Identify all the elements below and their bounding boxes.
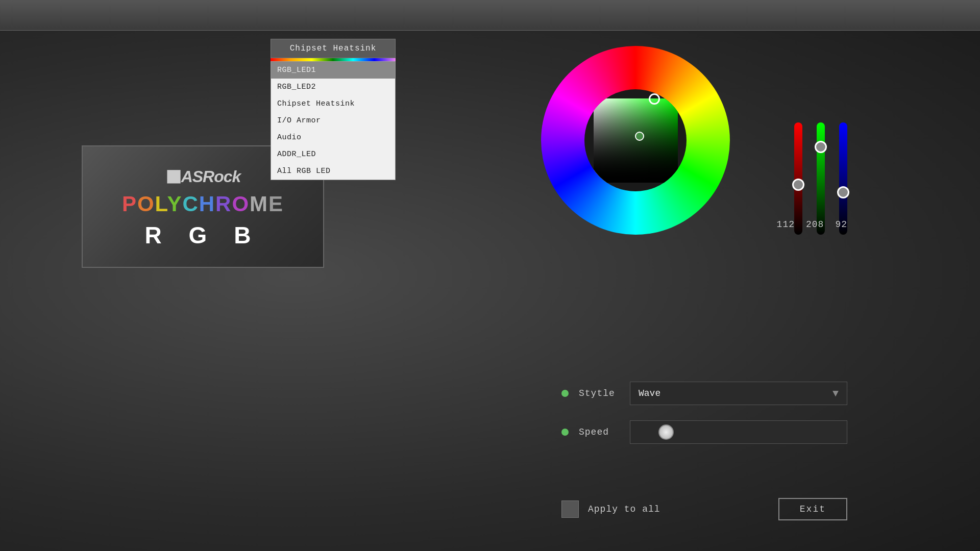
dropdown-list[interactable]: RGB_LED1 RGB_LED2 Chipset Heatsink I/O A… [271, 61, 396, 180]
style-select-arrow: ▼ [832, 388, 839, 399]
green-slider-thumb[interactable] [815, 141, 827, 153]
color-wheel[interactable] [541, 46, 730, 235]
speed-dot [561, 429, 569, 436]
rgb-label: R G B [145, 221, 261, 249]
speed-thumb[interactable] [658, 424, 674, 440]
blue-slider-thumb[interactable] [837, 186, 849, 198]
style-label: Stytle [579, 388, 620, 398]
green-value: 208 [806, 219, 824, 230]
dropdown-header-label: Chipset Heatsink [290, 44, 377, 53]
color-square-cursor[interactable] [635, 132, 644, 141]
controls-section: Stytle Wave ▼ Speed [561, 382, 847, 459]
color-wheel-container[interactable] [541, 46, 735, 240]
blue-value: 92 [835, 219, 847, 230]
red-slider-track[interactable] [794, 122, 802, 235]
asrock-logo: ◼ASRock [165, 164, 241, 187]
dropdown-header[interactable]: Chipset Heatsink [271, 39, 396, 58]
red-value: 112 [777, 219, 795, 230]
style-row: Stytle Wave ▼ [561, 382, 847, 405]
top-bar [0, 0, 980, 31]
dropdown-item-all-rgb[interactable]: All RGB LED [271, 163, 395, 180]
style-value: Wave [639, 388, 660, 398]
dropdown-item-addr-led[interactable]: ADDR_LED [271, 146, 395, 163]
color-wheel-inner [584, 89, 687, 191]
red-slider-thumb[interactable] [792, 179, 804, 191]
style-select[interactable]: Wave ▼ [630, 382, 847, 405]
color-wheel-cursor[interactable] [649, 93, 660, 105]
dropdown-item-chipset[interactable]: Chipset Heatsink [271, 95, 395, 112]
apply-label: Apply to all [588, 504, 660, 514]
exit-button[interactable]: Exit [778, 498, 847, 520]
apply-checkbox[interactable] [561, 500, 579, 518]
rgb-sliders [794, 102, 847, 235]
apply-left: Apply to all [561, 500, 660, 518]
speed-row: Speed [561, 420, 847, 444]
background [0, 0, 980, 551]
polychrome-text: POLYCHROME [122, 192, 284, 216]
speed-label: Speed [579, 427, 620, 437]
dropdown-item-rgb-led2[interactable]: RGB_LED2 [271, 79, 395, 95]
rgb-values: 112 208 92 [777, 219, 847, 230]
apply-row: Apply to all Exit [561, 498, 847, 520]
dropdown-item-rgb-led1[interactable]: RGB_LED1 [271, 62, 395, 79]
style-dot [561, 390, 569, 397]
dropdown-item-audio[interactable]: Audio [271, 129, 395, 146]
green-slider-track[interactable] [817, 122, 825, 235]
dropdown-item-io-armor[interactable]: I/O Armor [271, 112, 395, 129]
speed-slider[interactable] [630, 420, 847, 444]
blue-slider-track[interactable] [839, 122, 847, 235]
color-gradient-square[interactable] [594, 98, 678, 183]
